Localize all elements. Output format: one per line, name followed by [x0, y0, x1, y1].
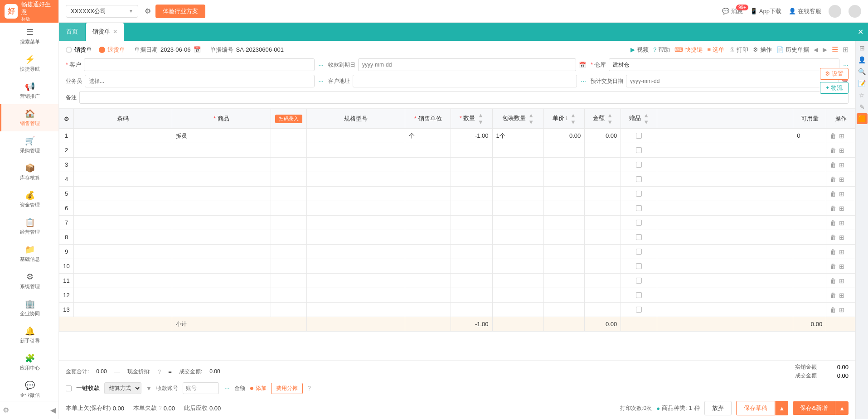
copy-icon[interactable]: ⊞ [839, 190, 844, 197]
sidebar-item-marketing[interactable]: 📢 营销推广 [0, 77, 58, 104]
delete-icon[interactable]: 🗑 [830, 205, 836, 212]
delete-icon[interactable]: 🗑 [830, 161, 836, 169]
delete-icon[interactable]: 🗑 [830, 306, 836, 313]
sidebar-item-ops-mgmt[interactable]: 📋 经营管理 [0, 213, 58, 240]
copy-icon[interactable]: ⊞ [839, 306, 844, 313]
message-button[interactable]: 💬 消息 99+ [722, 7, 743, 15]
row-barcode[interactable] [74, 201, 172, 216]
row-gift[interactable] [621, 158, 657, 172]
sidebar-item-enterprise[interactable]: 🏢 企业协同 [0, 294, 58, 322]
copy-icon[interactable]: ⊞ [839, 292, 844, 299]
radio-return-order[interactable]: 退货单 [99, 46, 125, 54]
save-new-arrow[interactable]: ▲ [835, 401, 849, 415]
due-date-input[interactable] [358, 58, 576, 71]
row-product[interactable] [172, 143, 271, 158]
row-product[interactable] [172, 216, 271, 230]
row-spec[interactable] [306, 172, 405, 187]
row-product[interactable] [172, 259, 271, 274]
copy-icon[interactable]: ⊞ [839, 234, 844, 241]
online-service-button[interactable]: 👤 在线客服 [789, 7, 821, 15]
row-product[interactable] [172, 230, 271, 245]
settings-icon-button[interactable]: ⚙ [145, 7, 151, 15]
expected-date-input[interactable] [626, 75, 839, 87]
row-product[interactable] [172, 201, 271, 216]
add-payment-icon[interactable]: ● [250, 384, 254, 392]
row-spec[interactable] [306, 187, 405, 201]
action-operate[interactable]: ⚙ 操作 [753, 46, 772, 54]
row-spec[interactable] [306, 303, 405, 317]
row-gift[interactable] [621, 230, 657, 245]
copy-icon[interactable]: ⊞ [839, 161, 844, 169]
sidebar-item-sales-mgmt[interactable]: 🏠 销售管理 [0, 104, 58, 131]
sidebar-item-quick-nav[interactable]: ⚡ 快捷导航 [0, 50, 58, 77]
copy-icon[interactable]: ⊞ [839, 277, 844, 284]
copy-icon[interactable]: ⊞ [839, 205, 844, 212]
gift-checkbox[interactable] [636, 278, 642, 284]
sidebar-item-sys-mgmt[interactable]: ⚙ 系统管理 [0, 267, 58, 294]
gift-checkbox[interactable] [636, 162, 642, 168]
row-product[interactable] [172, 129, 271, 143]
delete-icon[interactable]: 🗑 [830, 219, 836, 226]
nav-next-icon[interactable]: ▶ [823, 46, 827, 53]
row-product[interactable] [172, 288, 271, 303]
row-spec[interactable] [306, 201, 405, 216]
date-calendar-icon[interactable]: 📅 [194, 46, 201, 53]
action-select[interactable]: ≡ 选单 [707, 46, 724, 54]
row-gift[interactable] [621, 172, 657, 187]
gift-checkbox[interactable] [636, 147, 642, 153]
rp-user-icon[interactable]: 👤 [857, 54, 868, 65]
gift-checkbox[interactable] [636, 133, 642, 139]
gift-checkbox[interactable] [636, 292, 642, 298]
action-video[interactable]: ▶ 视频 [630, 46, 649, 54]
account-input[interactable] [183, 382, 219, 394]
delete-icon[interactable]: 🗑 [830, 263, 836, 270]
row-gift[interactable] [621, 216, 657, 230]
delete-icon[interactable]: 🗑 [830, 234, 836, 241]
calc-method-select[interactable]: 结算方式 [104, 382, 141, 394]
copy-icon[interactable]: ⊞ [839, 176, 844, 183]
row-gift[interactable] [621, 187, 657, 201]
expense-split-button[interactable]: 费用分摊 [271, 383, 303, 394]
save-draft-button[interactable]: 保存草稿 [736, 401, 775, 415]
customer-addr-input[interactable] [353, 75, 577, 87]
row-barcode[interactable] [74, 187, 172, 201]
row-barcode[interactable] [74, 259, 172, 274]
row-gift[interactable] [621, 303, 657, 317]
th-settings[interactable]: ⚙ [59, 109, 74, 129]
trial-button[interactable]: 体验行业方案 [155, 5, 205, 18]
rp-grid-icon[interactable]: ⊞ [857, 43, 868, 53]
discard-button[interactable]: 放弃 [704, 401, 732, 415]
gift-checkbox[interactable] [636, 307, 642, 313]
row-barcode[interactable] [74, 172, 172, 187]
app-download-button[interactable]: 📱 App下载 [750, 7, 781, 15]
company-selector[interactable]: XXXXXX公司 ▼ [66, 5, 138, 18]
view-grid-icon[interactable]: ⊞ [843, 45, 849, 54]
action-shortcut[interactable]: ⌨ 快捷键 [674, 46, 703, 54]
row-product[interactable] [172, 274, 271, 288]
row-gift[interactable] [621, 288, 657, 303]
tab-close-icon[interactable]: ✕ [113, 29, 117, 35]
copy-icon[interactable]: ⊞ [839, 147, 844, 154]
nav-prev-icon[interactable]: ◀ [814, 46, 818, 53]
sidebar-item-capital-mgmt[interactable]: 💰 资金管理 [0, 186, 58, 213]
row-barcode[interactable] [74, 303, 172, 317]
scan-button[interactable]: 扫码录入 [275, 115, 302, 123]
settings-footer-icon[interactable]: ⚙ [3, 406, 9, 414]
row-barcode[interactable] [74, 245, 172, 259]
warehouse-more-icon[interactable]: ··· [843, 61, 849, 68]
expense-help-icon[interactable]: ? [307, 385, 311, 392]
gift-checkbox[interactable] [636, 234, 642, 240]
radio-sales-order[interactable]: 销货单 [66, 46, 92, 54]
salesperson-more-icon[interactable]: ··· [318, 77, 324, 85]
delete-icon[interactable]: 🗑 [830, 277, 836, 284]
row-product[interactable] [172, 172, 271, 187]
save-new-button[interactable]: 保存&新增 [793, 401, 835, 415]
row-gift[interactable] [621, 245, 657, 259]
row-spec[interactable] [306, 129, 405, 143]
sidebar-item-search-order[interactable]: ☰ 搜索菜单 [0, 23, 58, 50]
tab-sales-order[interactable]: 销货单 ✕ [86, 23, 124, 41]
row-gift[interactable] [621, 143, 657, 158]
view-list-icon[interactable]: ☰ [832, 45, 838, 54]
addr-more-icon[interactable]: ··· [581, 77, 586, 85]
logistics-button[interactable]: + 物流 [820, 82, 849, 94]
